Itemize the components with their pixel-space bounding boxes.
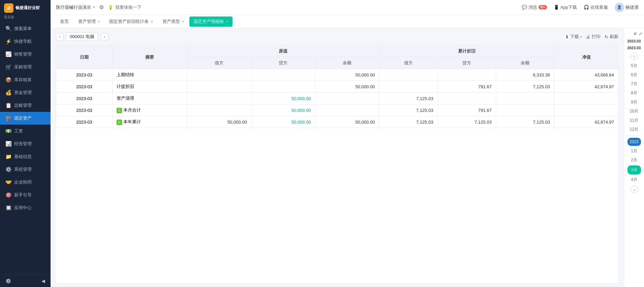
sidebar-nav: 🔍 搜索菜单 ⚡ 快捷导航 📈 销售管理 🛒 采购管理 📦 库存核算 💰 资金管…: [0, 22, 51, 275]
company-selector[interactable]: 医疗器械行业演示 ▾: [56, 4, 95, 10]
online-service-btn[interactable]: 🎧 在线客服: [584, 4, 608, 10]
system-icon: ⚙️: [5, 166, 11, 172]
sidebar-item-quick-nav[interactable]: ⚡ 快捷导航: [0, 35, 51, 48]
col-group-depreciation: 累计折旧: [379, 45, 554, 57]
tab-home-label: 首页: [60, 19, 69, 25]
operations-icon: 📊: [5, 141, 11, 147]
messages-badge: 99+: [539, 5, 547, 9]
user-btn[interactable]: 👤 畅捷通: [615, 3, 639, 12]
tab-asset-detail-label: 固定资产明细账: [193, 19, 224, 25]
tab-asset-type[interactable]: 资产类型 ×: [158, 17, 188, 27]
topbar-settings-icon[interactable]: ⚙: [99, 4, 104, 10]
tab-home[interactable]: 首页: [56, 17, 73, 27]
experience-btn[interactable]: 💡 我要体验一下: [108, 4, 142, 10]
download-btn[interactable]: ⬇ 下载 ▾: [565, 34, 582, 40]
content-main: ‹ 000001 电脑 › ⬇ 下载 ▾ 🖨 打印 ↻: [51, 28, 624, 287]
enterprise-icon: 🤝: [5, 179, 11, 185]
tag-icon: 目: [117, 108, 122, 113]
refresh-label: 刷新: [610, 34, 618, 40]
expand-panel-icon[interactable]: ⤢: [639, 31, 643, 36]
online-service-label: 在线客服: [590, 4, 608, 10]
timeline-month-9[interactable]: 9月: [624, 98, 644, 107]
timeline-down-btn[interactable]: ⌄: [631, 186, 638, 193]
refresh-btn[interactable]: ↻ 刷新: [605, 34, 618, 40]
sidebar-item-salary[interactable]: 💵 工资: [0, 125, 51, 137]
refresh-icon: ↻: [605, 34, 608, 39]
timeline-month-5[interactable]: 5月: [624, 61, 644, 70]
timeline-month-10[interactable]: 10月: [624, 107, 644, 116]
collapse-sidebar-icon[interactable]: ◀: [41, 278, 45, 284]
tab-depreciation-stats-close[interactable]: ×: [151, 20, 153, 24]
sidebar-item-search[interactable]: 🔍 搜索菜单: [0, 22, 51, 35]
tab-depreciation-stats-label: 固定资产折旧统计表: [109, 19, 149, 25]
timeline-month-7[interactable]: 7月: [624, 79, 644, 89]
tabbar: 首页 资产管理 × 固定资产折旧统计表 × 资产类型 × 固定资产明细账 ×: [51, 15, 644, 28]
timeline-month-4[interactable]: 4月: [624, 175, 644, 184]
tag-icon: 目: [117, 120, 122, 125]
close-panel-icon[interactable]: ✕: [633, 31, 637, 36]
col-orig-credit: 贷方: [251, 57, 315, 69]
sidebar-item-guide[interactable]: 🎯 新手引导: [0, 189, 51, 201]
messages-btn[interactable]: 💬 消息 99+: [522, 4, 547, 10]
tab-asset-type-close[interactable]: ×: [182, 20, 184, 24]
tab-asset-type-label: 资产类型: [162, 19, 180, 25]
timeline-month-1[interactable]: 1月: [624, 147, 644, 156]
timeline-month-3[interactable]: 3月: [627, 165, 641, 174]
print-btn[interactable]: 🖨 打印: [586, 34, 601, 40]
print-icon: 🖨: [586, 34, 590, 39]
detail-table: 日期 摘要 原值 累计折旧 净值 借方 贷方 余额 借方 贷方 余额: [56, 45, 618, 283]
timeline-month-12[interactable]: 12月: [624, 125, 644, 134]
col-dep-debit: 借方: [379, 57, 437, 69]
app-edition: 普及版: [0, 15, 51, 22]
sidebar-item-ledger[interactable]: 📋 总账管理: [0, 99, 51, 112]
experience-label: 我要体验一下: [115, 4, 142, 10]
sidebar-item-label: 基础信息: [14, 154, 32, 160]
nav-actions: ⬇ 下载 ▾ 🖨 打印 ↻ 刷新: [565, 34, 618, 40]
timeline-expand-btn[interactable]: ›: [631, 53, 638, 60]
prev-asset-btn[interactable]: ‹: [56, 33, 63, 40]
sidebar-item-fixed-assets[interactable]: 🏗️ 固定资产: [0, 112, 51, 125]
timeline-header-top: 2023.03: [624, 38, 644, 44]
timeline-month-8[interactable]: 8月: [624, 89, 644, 98]
timeline-month-6[interactable]: 6月: [624, 70, 644, 79]
sidebar-item-purchase[interactable]: 🛒 采购管理: [0, 61, 51, 73]
col-net-value: 净值: [554, 45, 618, 69]
sidebar-item-operations[interactable]: 📊 经营管理: [0, 137, 51, 150]
tab-asset-mgmt-label: 资产管理: [78, 19, 96, 25]
messages-label: 消息: [528, 4, 537, 10]
sidebar-item-system[interactable]: ⚙️ 系统管理: [0, 163, 51, 176]
sidebar-item-funds[interactable]: 💰 资金管理: [0, 86, 51, 99]
sidebar-item-app-center[interactable]: 🔲 应用中心: [0, 201, 51, 214]
sidebar-item-sales[interactable]: 📈 销售管理: [0, 48, 51, 61]
timeline-month-11[interactable]: 11月: [624, 116, 644, 125]
sidebar-item-label: 总账管理: [14, 102, 32, 108]
app-download-btn[interactable]: 📱 App下载: [554, 4, 577, 10]
table-row: 2023-03计提折旧50,000.00791.677,125.0342,874…: [56, 81, 618, 93]
company-name: 医疗器械行业演示: [56, 4, 91, 10]
guide-icon: 🎯: [5, 192, 11, 198]
timeline-year-2023[interactable]: 2023: [627, 138, 641, 146]
fixed-assets-icon: 🏗️: [5, 115, 11, 121]
timeline-month-2[interactable]: 2月: [624, 156, 644, 165]
tab-asset-mgmt[interactable]: 资产管理 ×: [74, 17, 104, 27]
next-asset-btn[interactable]: ›: [101, 33, 108, 40]
tab-asset-detail-close[interactable]: ×: [226, 20, 228, 24]
app-download-icon: 📱: [554, 5, 559, 10]
sidebar-item-inventory[interactable]: 📦 库存核算: [0, 73, 51, 86]
timeline-header-bottom: 2023.03: [624, 44, 644, 51]
nav-left: ‹ 000001 电脑 ›: [56, 32, 108, 41]
sidebar: 好 畅捷通好业财 普及版 🔍 搜索菜单 ⚡ 快捷导航 📈 销售管理 🛒 采购管理…: [0, 0, 51, 287]
logo-icon: 好: [4, 3, 13, 13]
sidebar-item-enterprise[interactable]: 🤝 企业协同: [0, 176, 51, 189]
content-area: ‹ 000001 电脑 › ⬇ 下载 ▾ 🖨 打印 ↻: [51, 28, 644, 287]
messages-icon: 💬: [522, 5, 527, 10]
col-orig-balance: 余额: [315, 57, 379, 69]
tab-asset-detail[interactable]: 固定资产明细账 ×: [189, 17, 232, 27]
tab-depreciation-stats[interactable]: 固定资产折旧统计表 ×: [105, 17, 157, 27]
basic-info-icon: 📁: [5, 154, 11, 160]
tab-asset-mgmt-close[interactable]: ×: [98, 20, 100, 24]
settings-bottom-icon[interactable]: ⚙️: [5, 278, 11, 284]
sidebar-item-basic-info[interactable]: 📁 基础信息: [0, 150, 51, 163]
print-label: 打印: [592, 34, 601, 40]
chevron-down-icon: ▾: [93, 5, 95, 9]
